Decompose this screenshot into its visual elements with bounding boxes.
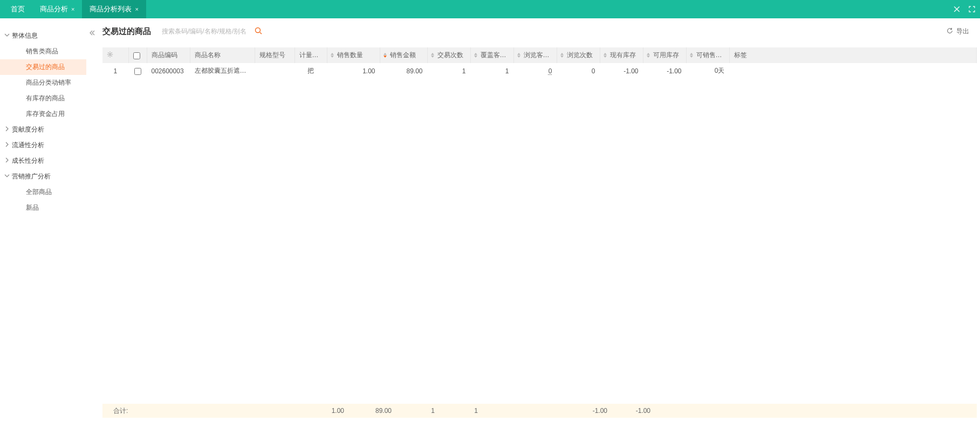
chevron-right-icon [4,157,10,162]
col-name[interactable]: 商品名称 [190,47,255,63]
sidebar: 整体信息 销售类商品 交易过的商品 商品分类动销率 有库存的商品 库存资金占用 … [0,18,86,421]
totals-customers: 1 [439,407,482,415]
gear-icon [107,52,113,59]
cell-index: 1 [102,63,128,79]
close-icon[interactable]: × [71,6,74,12]
sidebar-item-in-stock[interactable]: 有库存的商品 [0,91,86,106]
totals-label: 合计: [102,406,135,416]
fullscreen-icon[interactable] [967,4,977,14]
table-row[interactable]: 1 002600003 左都胶囊五折遮阳伞防晒伞; 把 1.00 89.00 1… [102,63,977,79]
sidebar-item-all-products[interactable]: 全部商品 [0,184,86,200]
search-icon[interactable] [255,27,262,36]
tab-product-analysis-label: 商品分析 [40,4,68,14]
col-views[interactable]: 浏览次数 [557,47,600,63]
col-sellable-days[interactable]: 可销售天数 [686,47,729,63]
col-trades[interactable]: 交易次数 [427,47,470,63]
col-unit[interactable]: 计量单位 [294,47,327,63]
sidebar-item-traded-products[interactable]: 交易过的商品 [0,59,86,75]
totals-trades: 1 [396,407,439,415]
cell-qty: 1.00 [327,63,380,79]
page-title: 交易过的商品 [102,26,151,37]
col-spec[interactable]: 规格型号 [255,47,294,63]
sidebar-group-liquidity-label: 流通性分析 [12,141,44,150]
main-panel: 交易过的商品 导出 [86,18,980,421]
totals-qty: 1.00 [296,407,348,415]
collapse-sidebar-button[interactable] [87,28,97,38]
tab-product-analysis[interactable]: 商品分析 × [32,0,82,18]
sidebar-item-new-products[interactable]: 新品 [0,200,86,216]
search-box [161,26,262,37]
close-window-icon[interactable] [952,4,962,14]
cell-stock: -1.00 [600,63,643,79]
svg-point-2 [256,27,261,32]
cell-views: 0 [557,63,600,79]
select-all-checkbox[interactable] [133,52,140,59]
sidebar-item-category-rate[interactable]: 商品分类动销率 [0,75,86,91]
top-right-controls [952,0,977,18]
svg-line-3 [260,32,262,34]
export-label: 导出 [956,27,969,36]
totals-amount: 89.00 [348,407,396,415]
sidebar-group-overall[interactable]: 整体信息 [0,28,86,44]
chevron-right-icon [4,126,10,131]
close-icon[interactable]: × [135,6,138,12]
sidebar-group-overall-label: 整体信息 [12,31,38,40]
cell-unit: 把 [294,63,327,79]
totals-row: 合计: 1.00 89.00 1 1 -1.00 -1.00 [102,404,977,418]
sidebar-group-liquidity[interactable]: 流通性分析 [0,137,86,153]
cell-checkbox [128,63,147,79]
svg-point-4 [109,53,111,55]
table-header: 商品编码 商品名称 规格型号 计量单位 销售数量 销售金额 交易次数 覆盖客户数… [102,47,977,63]
col-customers[interactable]: 覆盖客户数 [470,47,513,63]
col-settings[interactable] [102,47,128,63]
sidebar-item-stock-funds[interactable]: 库存资金占用 [0,106,86,122]
row-checkbox[interactable] [134,68,141,75]
cell-spec [255,63,294,79]
col-checkbox[interactable] [128,47,147,63]
cell-code: 002600003 [147,63,190,79]
search-input[interactable] [161,26,252,37]
cell-amount: 89.00 [380,63,427,79]
tab-product-analysis-list[interactable]: 商品分析列表 × [82,0,146,18]
chevron-right-icon [4,141,10,147]
sidebar-group-marketing-label: 营销推广分析 [12,172,51,181]
col-amount[interactable]: 销售金额 [380,47,427,63]
top-tab-bar: 首页 商品分析 × 商品分析列表 × [0,0,980,18]
sidebar-item-sales-products[interactable]: 销售类商品 [0,44,86,59]
chevron-down-icon [4,172,10,178]
tab-product-analysis-list-label: 商品分析列表 [90,4,132,14]
cell-customers: 1 [470,63,513,79]
cell-avail-stock: -1.00 [643,63,686,79]
col-code[interactable]: 商品编码 [147,47,190,63]
sidebar-group-growth[interactable]: 成长性分析 [0,153,86,169]
cell-view-customers[interactable]: 0 [513,63,557,79]
col-view-customers[interactable]: 浏览客户数 [513,47,557,63]
col-avail-stock[interactable]: 可用库存 [643,47,686,63]
sidebar-group-contribution[interactable]: 贡献度分析 [0,122,86,137]
totals-avail-stock: -1.00 [612,407,655,415]
page-header: 交易过的商品 导出 [86,18,980,42]
cell-tags [729,63,977,79]
chevron-down-icon [4,32,10,37]
cell-trades: 1 [427,63,470,79]
col-stock[interactable]: 现有库存 [600,47,643,63]
cell-name: 左都胶囊五折遮阳伞防晒伞; [190,63,255,79]
cell-sellable-days: 0天 [686,63,729,79]
col-qty[interactable]: 销售数量 [327,47,380,63]
data-table: 商品编码 商品名称 规格型号 计量单位 销售数量 销售金额 交易次数 覆盖客户数… [102,47,977,79]
totals-stock: -1.00 [568,407,612,415]
export-button[interactable]: 导出 [947,27,969,36]
sidebar-group-contribution-label: 贡献度分析 [12,125,44,134]
tab-home-label: 首页 [11,4,25,14]
tab-home[interactable]: 首页 [3,0,32,18]
sidebar-group-marketing[interactable]: 营销推广分析 [0,169,86,184]
sidebar-group-growth-label: 成长性分析 [12,156,44,165]
col-tags[interactable]: 标签 [729,47,977,63]
refresh-icon [947,27,953,36]
